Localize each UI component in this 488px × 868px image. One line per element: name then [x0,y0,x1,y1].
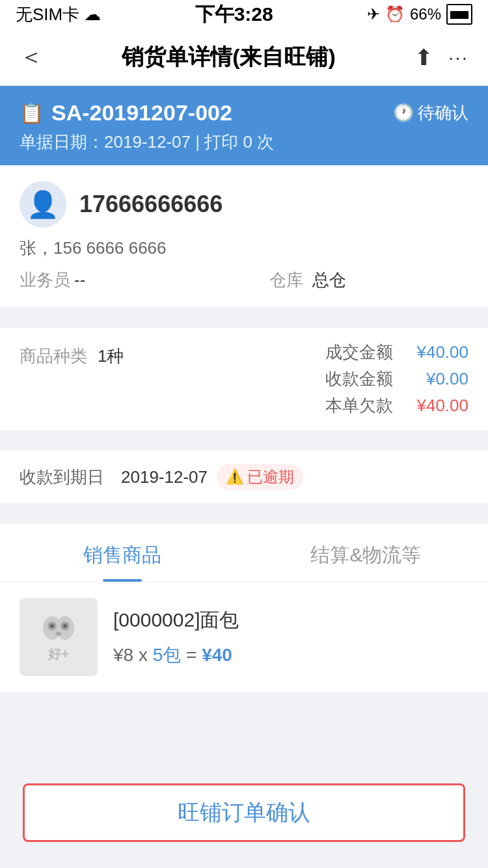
due-date-label: 收款到期日 [20,466,104,489]
no-sim-text: 无SIM卡 ☁ [16,3,101,26]
warning-icon: ⚠️ [226,468,243,485]
warehouse-label: 仓库 [269,269,303,292]
overdue-text: 已逾期 [247,467,294,487]
nav-bar: ＜ 销货单详情(来自旺铺) ⬆ ··· [0,29,488,86]
divider-2 [0,441,488,451]
confirm-button[interactable]: 旺铺订单确认 [23,783,465,842]
summary-section: 商品种类 1种 成交金额 ¥40.00 收款金额 ¥0.00 本单欠款 ¥40.… [0,328,488,430]
overdue-badge: ⚠️ 已逾期 [217,464,303,490]
product-name: [0000002]面包 [113,607,468,634]
tabs-container: 销售商品 结算&物流等 [0,524,488,582]
status-time: 下午3:28 [195,1,273,28]
due-date-section: 收款到期日 2019-12-07 ⚠️ 已逾期 [0,451,488,503]
summary-amounts: 成交金额 ¥40.00 收款金额 ¥0.00 本单欠款 ¥40.00 [325,341,468,417]
alarm-icon: ⏰ [385,5,405,23]
owl-logo-icon [36,612,81,644]
order-status: 🕐 待确认 [393,102,468,124]
salesman-label: 业务员 [20,269,70,292]
equals-sign: = [186,645,202,665]
transaction-value: ¥40.00 [403,342,468,362]
customer-meta: 业务员 -- 仓库 总仓 [20,269,468,292]
multiply-sign: x [139,645,153,665]
received-label: 收款金额 [325,368,393,390]
product-details: [0000002]面包 ¥8 x 5包 = ¥40 [113,607,468,668]
clock-icon: 🕐 [393,103,414,123]
divider-3 [0,513,488,524]
svg-point-7 [64,625,66,627]
status-left: 无SIM卡 ☁ [16,3,101,26]
table-row: 好+ [0000002]面包 ¥8 x 5包 = ¥40 [0,582,488,692]
order-icon: 📋 [20,102,44,124]
status-right: ✈ ⏰ 66% [367,4,472,25]
transaction-label: 成交金额 [325,341,393,364]
warehouse-value: 总仓 [312,269,468,292]
due-date-value: 2019-12-07 [121,467,208,487]
status-bar: 无SIM卡 ☁ 下午3:28 ✈ ⏰ 66% [0,0,488,29]
order-date: 单据日期：2019-12-07 | 打印 0 次 [20,131,468,154]
more-icon[interactable]: ··· [448,46,468,68]
divider-1 [0,318,488,328]
received-value: ¥0.00 [403,369,468,389]
customer-phone: 17666666666 [79,191,223,218]
product-type-value: 1种 [98,345,124,368]
tab-sales-product[interactable]: 销售商品 [0,524,244,582]
owed-label: 本单欠款 [325,394,393,417]
page-title: 销货单详情(来自旺铺) [43,42,414,72]
product-type-label: 商品种类 [20,345,87,368]
share-icon[interactable]: ⬆ [414,44,433,70]
customer-section: 👤 17666666666 张，156 6666 6666 业务员 -- 仓库 … [0,165,488,307]
order-header-card: 📋 SA-20191207-002 🕐 待确认 单据日期：2019-12-07 … [0,86,488,165]
salesman-value: -- [74,270,230,290]
avatar: 👤 [20,181,66,228]
svg-point-8 [55,632,62,636]
owed-value: ¥40.00 [403,396,468,416]
back-button[interactable]: ＜ [20,41,43,73]
location-icon: ✈ [367,5,380,23]
product-price: ¥8 x 5包 = ¥40 [113,643,468,668]
person-icon: 👤 [27,189,59,220]
confirm-button-wrapper: 旺铺订单确认 [23,783,465,842]
unit-price: ¥8 [113,645,133,665]
battery-icon [446,4,472,25]
svg-point-6 [51,625,53,627]
order-number: 📋 SA-20191207-002 [20,100,232,126]
customer-name-phone: 张，156 6666 6666 [20,237,468,260]
battery-text: 66% [410,5,441,23]
total-price: ¥40 [202,645,232,665]
product-thumbnail: 好+ [20,598,98,676]
nav-actions: ⬆ ··· [414,44,468,70]
tab-settlement[interactable]: 结算&物流等 [244,524,488,582]
product-list: 好+ [0000002]面包 ¥8 x 5包 = ¥40 [0,582,488,692]
quantity: 5包 [153,645,182,665]
